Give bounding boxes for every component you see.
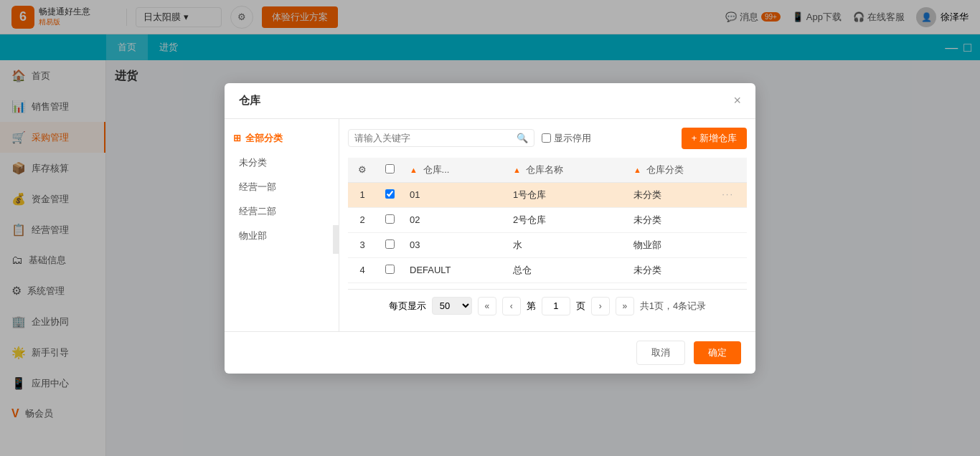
category-header[interactable]: ⊞ 全部分类	[225, 126, 339, 151]
warehouse-panel: 🔍 显示停用 + 新增仓库 ⚙	[339, 119, 755, 331]
table-row[interactable]: 1 01 1号仓库 未分类···	[348, 182, 747, 207]
modal-overlay: 仓库 × ⊞ 全部分类 未分类 经营一部 经营二部	[0, 0, 980, 456]
category-item-dept1[interactable]: 经营一部	[225, 175, 339, 199]
row-checkbox[interactable]	[385, 189, 395, 199]
settings-icon[interactable]: ⚙	[358, 164, 367, 175]
row-category: 未分类···	[626, 182, 747, 207]
show-disabled-checkbox[interactable]	[542, 133, 551, 143]
show-disabled-toggle[interactable]: 显示停用	[542, 132, 591, 145]
col-settings: ⚙	[348, 158, 377, 183]
row-num: 3	[348, 232, 377, 257]
first-page-button[interactable]: «	[478, 297, 496, 315]
row-code: DEFAULT	[402, 257, 506, 282]
warehouse-table: ⚙ ▲ 仓库... ▲	[348, 158, 747, 283]
row-num: 1	[348, 182, 377, 207]
category-label-2: 经营二部	[239, 206, 276, 217]
cancel-button[interactable]: 取消	[636, 341, 685, 365]
page-prefix-label: 第	[527, 300, 536, 313]
table-row[interactable]: 4 DEFAULT 总仓 未分类	[348, 257, 747, 282]
prev-page-icon: ‹	[510, 301, 513, 311]
row-name: 1号仓库	[506, 182, 626, 207]
row-checkbox-cell	[377, 207, 402, 232]
row-checkbox[interactable]	[385, 239, 395, 249]
table-header-row: ⚙ ▲ 仓库... ▲	[348, 158, 747, 183]
row-code: 02	[402, 207, 506, 232]
sort-name-icon: ▲	[513, 166, 521, 174]
table-row[interactable]: 3 03 水 物业部	[348, 232, 747, 257]
page-unit-label: 页	[576, 300, 585, 313]
grid-icon: ⊞	[233, 133, 241, 143]
category-label-3: 物业部	[239, 230, 267, 241]
row-name: 水	[506, 232, 626, 257]
col-category-label: 仓库分类	[646, 164, 684, 175]
row-category: 未分类	[626, 257, 747, 282]
row-num: 4	[348, 257, 377, 282]
sort-cat-icon: ▲	[633, 166, 641, 174]
total-info: 共1页，4条记录	[640, 300, 706, 313]
next-page-button[interactable]: ›	[591, 297, 610, 315]
col-category: ▲ 仓库分类	[626, 158, 747, 183]
modal-header: 仓库 ×	[225, 83, 755, 119]
select-all-checkbox[interactable]	[385, 164, 395, 174]
modal-close-button[interactable]: ×	[733, 93, 741, 108]
show-disabled-label: 显示停用	[554, 132, 591, 145]
row-checkbox[interactable]	[385, 214, 395, 224]
first-page-icon: «	[484, 301, 489, 311]
warehouse-modal: 仓库 × ⊞ 全部分类 未分类 经营一部 经营二部	[225, 83, 755, 374]
modal-body: ⊞ 全部分类 未分类 经营一部 经营二部 物业部 ‹	[225, 119, 755, 331]
modal-title: 仓库	[239, 94, 260, 108]
category-item-unclassified[interactable]: 未分类	[225, 151, 339, 175]
page-size-select[interactable]: 50 10 20 100	[432, 297, 472, 315]
last-page-button[interactable]: »	[616, 297, 634, 315]
row-name: 2号仓库	[506, 207, 626, 232]
category-item-property[interactable]: 物业部	[225, 224, 339, 248]
col-code-label: 仓库...	[423, 164, 450, 175]
col-name-label: 仓库名称	[526, 164, 563, 175]
row-checkbox-cell	[377, 257, 402, 282]
page-size-label: 每页显示	[389, 300, 426, 313]
next-page-icon: ›	[599, 301, 602, 311]
col-checkbox	[377, 158, 402, 183]
warehouse-toolbar: 🔍 显示停用 + 新增仓库	[348, 128, 747, 149]
col-name: ▲ 仓库名称	[506, 158, 626, 183]
row-name: 总仓	[506, 257, 626, 282]
row-category: 物业部	[626, 232, 747, 257]
category-label-0: 未分类	[239, 157, 267, 168]
prev-page-button[interactable]: ‹	[502, 297, 521, 315]
confirm-button[interactable]: 确定	[694, 341, 741, 364]
row-num: 2	[348, 207, 377, 232]
row-actions[interactable]: ···	[722, 189, 734, 199]
search-icon[interactable]: 🔍	[517, 133, 528, 143]
search-input[interactable]	[354, 133, 517, 143]
row-checkbox[interactable]	[385, 265, 395, 274]
col-code: ▲ 仓库...	[402, 158, 506, 183]
category-item-dept2[interactable]: 经营二部	[225, 199, 339, 224]
modal-footer: 取消 确定	[225, 331, 755, 374]
search-box: 🔍	[348, 129, 534, 147]
last-page-icon: »	[622, 301, 627, 311]
row-checkbox-cell	[377, 182, 402, 207]
row-code: 03	[402, 232, 506, 257]
table-row[interactable]: 2 02 2号仓库 未分类	[348, 207, 747, 232]
add-warehouse-button[interactable]: + 新增仓库	[682, 128, 747, 149]
row-code: 01	[402, 182, 506, 207]
collapse-category-button[interactable]: ‹	[333, 225, 339, 254]
row-checkbox-cell	[377, 232, 402, 257]
pagination: 每页显示 50 10 20 100 « ‹ 第 页	[348, 289, 747, 323]
category-label-1: 经营一部	[239, 181, 276, 192]
page-number-input[interactable]	[542, 297, 570, 315]
row-category: 未分类	[626, 207, 747, 232]
category-all-label: 全部分类	[245, 132, 283, 145]
sort-code-icon: ▲	[410, 166, 418, 174]
category-panel: ⊞ 全部分类 未分类 经营一部 经营二部 物业部 ‹	[225, 119, 339, 331]
